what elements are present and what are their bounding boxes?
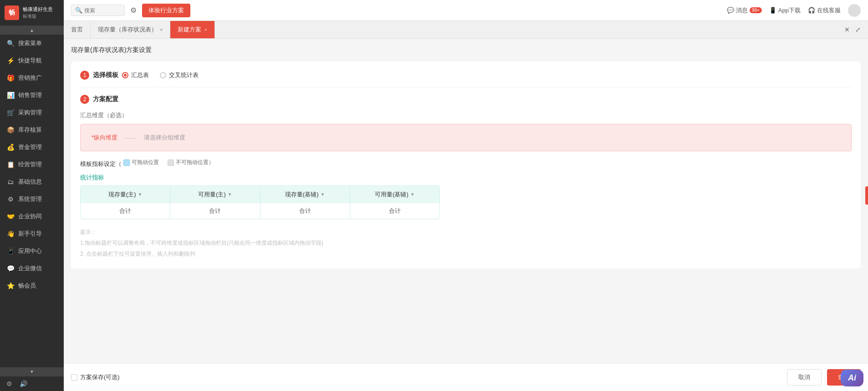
sidebar-item-member[interactable]: ⭐ 畅会员 bbox=[0, 277, 64, 294]
sidebar-item-purchase[interactable]: 🛒 采购管理 bbox=[0, 104, 64, 121]
sidebar-item-sales[interactable]: 📊 销售管理 bbox=[0, 87, 64, 104]
sidebar-item-label: 快捷导航 bbox=[18, 57, 42, 65]
app-download-btn[interactable]: 📱 App下载 bbox=[769, 6, 801, 15]
col-label-available-main: 可用量(主) bbox=[198, 190, 226, 199]
sales-icon: 📊 bbox=[6, 91, 15, 99]
newcomer-icon: 👋 bbox=[6, 230, 15, 238]
sidebar-item-management[interactable]: 📋 经营管理 bbox=[0, 156, 64, 173]
non-draggable-label: 不可拖动位置） bbox=[176, 159, 214, 166]
sidebar-item-app-center[interactable]: 📱 应用中心 bbox=[0, 242, 64, 260]
marketing-icon: 🎁 bbox=[6, 74, 15, 82]
speaker-icon[interactable]: 🔊 bbox=[20, 380, 27, 387]
sidebar-item-label: 采购管理 bbox=[18, 108, 42, 117]
quick-nav-icon: ⚡ bbox=[6, 57, 15, 65]
template-settings: 模板指标设定（ 可拖动位置 不可拖动位置） bbox=[80, 159, 852, 168]
sidebar-item-search-menu[interactable]: 🔍 搜索菜单 bbox=[0, 35, 64, 52]
stats-col-body-available-main: 合计 bbox=[170, 203, 260, 219]
sidebar-item-label: 系统管理 bbox=[18, 195, 42, 203]
user-avatar[interactable] bbox=[848, 4, 861, 17]
step2-label: 方案配置 bbox=[93, 95, 118, 103]
online-service-btn[interactable]: 🎧 在线客服 bbox=[808, 6, 841, 15]
dimension-placeholder[interactable]: 请选择分组维度 bbox=[144, 134, 185, 142]
radio-dot-cross bbox=[160, 72, 166, 78]
template-settings-label: 模板指标设定（ bbox=[80, 160, 122, 167]
sidebar-item-label: 销售管理 bbox=[18, 91, 42, 99]
tab-new-scheme[interactable]: 新建方案× bbox=[170, 21, 214, 38]
sidebar-item-finance[interactable]: 💰 资金管理 bbox=[0, 139, 64, 156]
step2-header: 2 方案配置 bbox=[80, 95, 852, 104]
stats-col-header-available-aux[interactable]: 可用量(基辅) ▼ bbox=[350, 186, 439, 203]
tab-home[interactable]: 首页 bbox=[64, 21, 91, 38]
draggable-label: 可拖动位置 bbox=[132, 159, 159, 166]
sidebar-item-label: 基础信息 bbox=[18, 178, 42, 186]
sidebar-item-label: 搜索菜单 bbox=[18, 39, 42, 47]
col-chevron-available-main[interactable]: ▼ bbox=[228, 192, 232, 197]
search-input[interactable] bbox=[84, 7, 121, 14]
radio-label-cross: 交叉统计表 bbox=[169, 71, 199, 79]
sidebar-scroll-up[interactable]: ▲ bbox=[0, 26, 64, 35]
mobile-icon: 📱 bbox=[769, 7, 776, 14]
col-label-current-main: 现存量(主) bbox=[108, 190, 136, 199]
sidebar-item-label: 应用中心 bbox=[18, 247, 42, 255]
sidebar-item-label: 资金管理 bbox=[18, 143, 42, 151]
stats-col-header-current-main[interactable]: 现存量(主) ▼ bbox=[81, 186, 170, 203]
stats-section: 统计指标 现存量(主) ▼ 可用量(主) ▼ 现存量(基辅) ▼ 可用量(基辅)… bbox=[80, 174, 852, 219]
close-window-btn[interactable]: ✕ bbox=[842, 26, 852, 33]
sidebar-footer: ⚙ 🔊 bbox=[0, 376, 64, 391]
app-center-icon: 📱 bbox=[6, 247, 15, 255]
tabbar: 首页现存量（库存状况表）×新建方案× ✕ ⤢ bbox=[64, 21, 868, 39]
dimension-dash: —— bbox=[125, 134, 137, 141]
tab-inventory-status[interactable]: 现存量（库存状况表）× bbox=[91, 21, 170, 38]
save-checkbox[interactable] bbox=[71, 374, 77, 381]
tips-section: 提示： 1.拖动标题栏可以调整布局，不可跨维度或指标区域拖动栏目(只能在同一维度… bbox=[80, 226, 852, 259]
sidebar-header: 畅 畅康通好生意 标准版 bbox=[0, 0, 64, 26]
sidebar-item-newcomer[interactable]: 👋 新手引导 bbox=[0, 225, 64, 242]
sidebar-item-quick-nav[interactable]: ⚡ 快捷导航 bbox=[0, 52, 64, 69]
stats-col-header-current-aux[interactable]: 现存量(基辅) ▼ bbox=[260, 186, 350, 203]
step2-number: 2 bbox=[80, 95, 89, 104]
stats-col-header-available-main[interactable]: 可用量(主) ▼ bbox=[170, 186, 260, 203]
settings-icon[interactable]: ⚙ bbox=[6, 380, 12, 387]
topbar-right: 💬 消息 99+ 📱 App下载 🎧 在线客服 bbox=[727, 4, 861, 17]
tab-close-new-scheme[interactable]: × bbox=[204, 27, 207, 32]
tab-label: 首页 bbox=[71, 26, 83, 34]
basic-info-icon: 🗂 bbox=[6, 178, 15, 186]
sidebar-item-inventory[interactable]: 📦 库存核算 bbox=[0, 121, 64, 139]
stats-title: 统计指标 bbox=[80, 174, 852, 182]
sidebar-item-system[interactable]: ⚙ 系统管理 bbox=[0, 190, 64, 208]
wechat-icon: 💬 bbox=[6, 264, 15, 273]
sidebar-item-marketing[interactable]: 🎁 营销推广 bbox=[0, 69, 64, 87]
tab-close-inventory-status[interactable]: × bbox=[160, 27, 163, 32]
topbar-search-box[interactable]: 🔍 bbox=[71, 5, 125, 16]
save-option[interactable]: 方案保存(可选) bbox=[71, 373, 120, 381]
col-chevron-current-aux[interactable]: ▼ bbox=[321, 192, 325, 197]
message-icon: 💬 bbox=[727, 7, 734, 14]
stats-table-body: 合计合计合计合计 bbox=[81, 203, 439, 219]
sidebar-item-basic-info[interactable]: 🗂 基础信息 bbox=[0, 173, 64, 190]
service-label: 在线客服 bbox=[817, 6, 841, 15]
right-edge-indicator bbox=[865, 186, 868, 205]
management-icon: 📋 bbox=[6, 160, 15, 169]
message-label: 消息 bbox=[736, 6, 748, 15]
industry-btn[interactable]: 体验行业方案 bbox=[142, 4, 190, 17]
ai-badge[interactable]: Ai bbox=[841, 370, 863, 386]
expand-window-btn[interactable]: ⤢ bbox=[853, 26, 863, 33]
radio-summary[interactable]: 汇总表 bbox=[122, 71, 149, 79]
sidebar-item-label: 经营管理 bbox=[18, 160, 42, 169]
app-name: 畅康通好生意 bbox=[23, 6, 53, 13]
radio-cross[interactable]: 交叉统计表 bbox=[160, 71, 199, 79]
col-chevron-available-aux[interactable]: ▼ bbox=[410, 192, 415, 197]
message-btn[interactable]: 💬 消息 99+ bbox=[727, 6, 762, 15]
sidebar-item-enterprise[interactable]: 🤝 企业协同 bbox=[0, 208, 64, 225]
col-chevron-current-main[interactable]: ▼ bbox=[138, 192, 143, 197]
cancel-button[interactable]: 取消 bbox=[787, 369, 822, 386]
sidebar-item-wechat[interactable]: 💬 企业微信 bbox=[0, 260, 64, 277]
gear-icon[interactable]: ⚙ bbox=[130, 6, 137, 15]
dimension-section-label: 汇总维度（必选） bbox=[80, 111, 852, 119]
dimension-row[interactable]: *纵向维度 —— 请选择分组维度 bbox=[80, 124, 852, 151]
sidebar-scroll-down[interactable]: ▼ bbox=[0, 367, 64, 376]
scheme-settings-card: 1 选择模板 汇总表 交叉统计表 2 方案配置 汇总维度（必选） *纵向维度 —… bbox=[71, 62, 861, 268]
stats-col-body-available-aux: 合计 bbox=[350, 203, 439, 219]
avatar-img bbox=[848, 4, 861, 17]
step1-header: 1 选择模板 汇总表 交叉统计表 bbox=[80, 71, 852, 80]
